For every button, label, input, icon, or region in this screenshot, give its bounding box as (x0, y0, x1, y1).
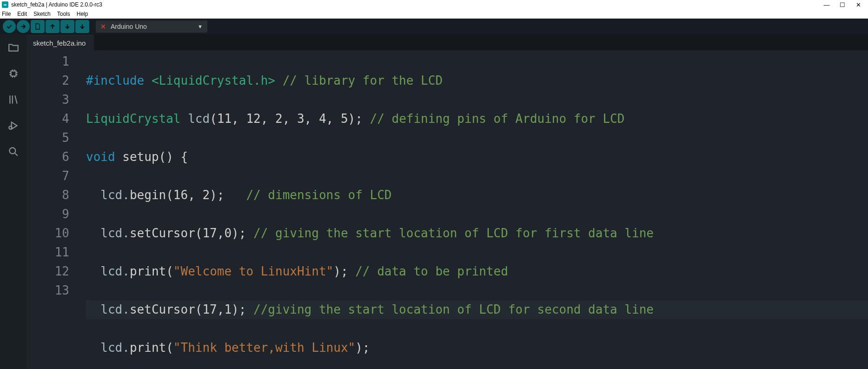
open-button[interactable] (46, 20, 60, 33)
line-number: 8 (27, 186, 69, 205)
line-number: 3 (27, 90, 69, 109)
arrow-up-icon (49, 23, 56, 30)
folder-icon (7, 41, 20, 54)
arrow-right-icon (20, 23, 27, 30)
library-manager-button[interactable] (6, 92, 21, 107)
board-selector[interactable]: ✕ Arduino Uno ▼ (96, 20, 207, 33)
debug-button[interactable] (75, 20, 89, 33)
debug-arrow-icon (79, 23, 86, 30)
svg-point-14 (9, 126, 12, 129)
explorer-button[interactable] (6, 40, 21, 55)
menu-edit[interactable]: Edit (17, 11, 27, 17)
menu-tools[interactable]: Tools (57, 11, 70, 17)
close-button[interactable]: ✕ (850, 1, 866, 8)
line-number: 12 (27, 262, 69, 281)
debug-view-button[interactable] (6, 118, 21, 133)
maximize-button[interactable]: ☐ (835, 1, 850, 8)
minimize-button[interactable]: ― (819, 1, 835, 8)
upload-button[interactable] (17, 20, 30, 33)
svg-line-16 (15, 153, 17, 155)
new-sketch-button[interactable] (31, 20, 45, 33)
board-disconnected-icon: ✕ (100, 23, 106, 30)
line-number: 10 (27, 224, 69, 243)
line-number: 7 (27, 167, 69, 186)
search-button[interactable] (6, 144, 21, 159)
line-gutter: 1 2 3 4 5 6 7 8 9 10 11 12 13 (27, 50, 78, 369)
play-gear-icon (7, 120, 20, 132)
activity-bar (0, 34, 27, 369)
window-titlebar: ∞ sketch_feb2a | Arduino IDE 2.0.0-rc3 ―… (0, 0, 868, 9)
menubar: File Edit Sketch Tools Help (0, 9, 868, 19)
code-content[interactable]: #include <LiquidCrystal.h> // library fo… (78, 50, 868, 369)
chevron-down-icon: ▼ (198, 24, 203, 29)
line-number: 11 (27, 243, 69, 262)
window-title: sketch_feb2a | Arduino IDE 2.0.0-rc3 (11, 1, 102, 8)
line-number: 4 (27, 109, 69, 128)
tab-sketch-feb2a[interactable]: sketch_feb2a.ino (27, 35, 94, 50)
arrow-down-icon (64, 23, 71, 30)
line-number: 13 (27, 281, 69, 300)
code-editor[interactable]: 1 2 3 4 5 6 7 8 9 10 11 12 13 #include <… (27, 50, 868, 369)
verify-button[interactable] (3, 20, 16, 33)
line-number: 5 (27, 128, 69, 148)
line-number: 9 (27, 205, 69, 224)
svg-point-15 (9, 148, 15, 154)
line-number: 2 (27, 71, 69, 90)
toolbar: ✕ Arduino Uno ▼ (0, 19, 868, 34)
boards-manager-button[interactable] (6, 66, 21, 81)
save-button[interactable] (60, 20, 74, 33)
books-icon (7, 94, 20, 106)
editor-tabbar: sketch_feb2a.ino (27, 34, 868, 50)
line-number: 6 (27, 148, 69, 167)
menu-sketch[interactable]: Sketch (33, 11, 51, 17)
check-icon (6, 23, 13, 30)
tab-label: sketch_feb2a.ino (33, 39, 86, 47)
line-number: 1 (27, 52, 69, 71)
chip-icon (7, 67, 20, 80)
search-icon (7, 146, 20, 158)
svg-rect-4 (11, 71, 16, 76)
menu-help[interactable]: Help (77, 11, 88, 17)
board-name: Arduino Uno (111, 23, 147, 30)
file-icon (34, 23, 41, 30)
app-icon: ∞ (2, 1, 8, 8)
menu-file[interactable]: File (2, 11, 11, 17)
